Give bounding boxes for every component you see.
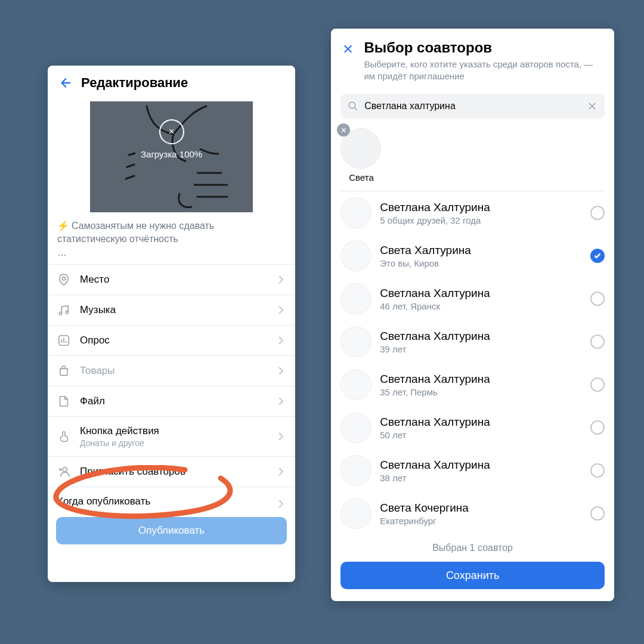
avatar <box>340 412 371 443</box>
upload-preview[interactable]: × Загрузка 100% <box>90 101 253 212</box>
selection-count: Выбран 1 соавтор <box>331 538 614 558</box>
person-name: Светлана Халтурина <box>380 330 582 343</box>
menu-label: Место <box>80 274 267 286</box>
people-list: Светлана Халтурина5 общих друзей, 32 год… <box>340 191 605 538</box>
avatar <box>340 369 371 400</box>
person-row[interactable]: Светлана Халтурина39 лет <box>340 320 605 363</box>
publish-button[interactable]: Опубликовать <box>56 517 287 544</box>
person-subtitle: 46 лет, Яранск <box>380 301 582 311</box>
poll-icon <box>57 334 70 347</box>
person-subtitle: 39 лет <box>380 344 582 354</box>
menu-sublabel: Донаты и другое <box>80 438 267 448</box>
svg-point-0 <box>62 277 66 281</box>
chevron-right-icon <box>276 366 286 376</box>
chevron-right-icon <box>276 397 286 406</box>
menu-item-music[interactable]: Музыка <box>48 295 295 326</box>
zap-icon: ⚡ <box>57 221 69 231</box>
post-text[interactable]: ⚡Самозанятым не нужно сдавать статистиче… <box>48 219 295 245</box>
select-radio[interactable] <box>590 506 605 521</box>
select-radio[interactable] <box>590 292 605 306</box>
page-subtitle: Выберите, кого хотите указать среди авто… <box>364 58 602 82</box>
chevron-right-icon <box>276 305 286 315</box>
svg-point-1 <box>59 312 62 315</box>
person-row[interactable]: Света ХалтуринаЭто вы, Киров <box>340 234 605 277</box>
post-text-more: … <box>48 245 295 264</box>
chevron-right-icon <box>276 275 286 284</box>
upload-progress-label: Загрузка 100% <box>141 149 202 159</box>
avatar <box>340 240 371 271</box>
menu-item-poll[interactable]: Опрос <box>48 326 295 356</box>
menu-item-file[interactable]: Файл <box>48 386 295 417</box>
person-row[interactable]: Светлана Халтурина5 общих друзей, 32 год… <box>340 191 605 234</box>
save-button[interactable]: Сохранить <box>340 562 605 589</box>
attachments-menu: МестоМузыкаОпросТоварыФайлКнопка действи… <box>48 264 295 487</box>
schedule-row[interactable]: Когда опубликовать <box>48 487 295 509</box>
back-icon[interactable] <box>58 76 72 89</box>
person-row[interactable]: Светлана Халтурина50 лет <box>340 406 605 449</box>
person-name: Светлана Халтурина <box>380 201 582 214</box>
menu-item-useradd[interactable]: Пригласить соавторов <box>48 457 295 487</box>
person-name: Света Кочергина <box>380 501 582 515</box>
person-name: Светлана Халтурина <box>380 416 582 429</box>
avatar <box>340 455 371 486</box>
menu-item-tap[interactable]: Кнопка действияДонаты и другое <box>48 417 295 457</box>
menu-item-pin[interactable]: Место <box>48 265 295 295</box>
coauthors-picker-screen: Выбор соавторов Выберите, кого хотите ук… <box>331 29 614 601</box>
menu-label: Музыка <box>80 304 267 316</box>
page-title: Редактирование <box>81 75 188 91</box>
person-row[interactable]: Светлана Халтурина38 лет <box>340 449 605 492</box>
header: Редактирование <box>48 66 295 97</box>
person-subtitle: Екатеринбург <box>380 516 582 526</box>
chevron-right-icon <box>276 336 286 345</box>
pin-icon <box>57 273 70 286</box>
avatar <box>340 326 371 357</box>
search-input[interactable] <box>364 101 581 112</box>
chip-label: Света <box>349 172 605 182</box>
avatar <box>340 197 371 228</box>
person-name: Светлана Халтурина <box>380 459 582 472</box>
menu-label: Товары <box>80 365 267 377</box>
person-subtitle: 50 лет <box>380 430 582 440</box>
select-radio[interactable] <box>590 420 605 435</box>
menu-label: Пригласить соавторов <box>80 466 267 478</box>
music-icon <box>57 304 70 317</box>
select-radio[interactable] <box>590 463 605 478</box>
select-radio[interactable] <box>590 206 605 220</box>
selected-chip: ✕ Света <box>331 125 614 186</box>
upload-cancel-icon[interactable]: × <box>159 119 184 144</box>
person-subtitle: 5 общих друзей, 32 года <box>380 215 582 225</box>
chevron-right-icon <box>276 499 286 509</box>
select-radio[interactable] <box>590 377 605 392</box>
menu-item-bag[interactable]: Товары <box>48 356 295 386</box>
menu-label: Опрос <box>80 335 267 346</box>
page-title: Выбор соавторов <box>364 39 602 56</box>
useradd-icon <box>57 465 70 478</box>
person-row[interactable]: Светлана Халтурина35 лет, Пермь <box>340 363 605 406</box>
person-subtitle: 35 лет, Пермь <box>380 387 582 397</box>
person-name: Светлана Халтурина <box>380 373 582 386</box>
person-row[interactable]: Светлана Халтурина46 лет, Яранск <box>340 277 605 320</box>
tap-icon <box>57 430 70 443</box>
menu-label: Файл <box>80 395 267 407</box>
clear-search-icon[interactable] <box>587 101 597 112</box>
person-row[interactable]: Света КочергинаЕкатеринбург <box>340 492 605 535</box>
avatar <box>340 498 371 529</box>
chevron-right-icon <box>276 467 286 476</box>
avatar <box>340 283 371 314</box>
person-subtitle: Это вы, Киров <box>380 258 582 268</box>
edit-post-screen: Редактирование × Загрузка 100% ⚡Самозаня… <box>48 66 295 582</box>
header: Выбор соавторов Выберите, кого хотите ук… <box>331 29 614 88</box>
schedule-label: Когда опубликовать <box>57 496 150 507</box>
svg-point-4 <box>63 467 67 472</box>
person-name: Света Халтурина <box>380 244 582 257</box>
search-field[interactable] <box>340 94 605 119</box>
select-radio[interactable] <box>590 249 605 263</box>
close-icon[interactable] <box>343 42 353 56</box>
select-radio[interactable] <box>590 335 605 349</box>
person-name: Светлана Халтурина <box>380 287 582 300</box>
person-subtitle: 38 лет <box>380 473 582 483</box>
search-icon <box>348 101 358 112</box>
bag-icon <box>57 364 70 377</box>
file-icon <box>57 395 70 408</box>
chevron-right-icon <box>276 432 286 441</box>
